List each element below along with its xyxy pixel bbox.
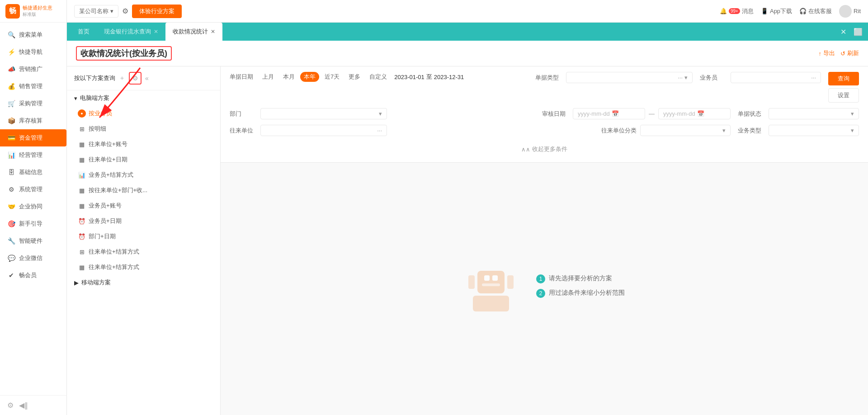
tab-home[interactable]: 首页 [71,23,97,41]
tree-item-unit-date[interactable]: ▦ 往来单位+日期 [71,152,220,167]
bill-status-label: 单据状态 [738,110,765,118]
review-date-to[interactable]: yyyy-mm-dd 📅 [658,108,731,119]
sidebar-item-corp[interactable]: 🤝 企业协同 [0,198,66,215]
sidebar-item-inventory[interactable]: 📦 库存核算 [0,112,66,129]
sidebar-item-finance[interactable]: 💳 资金管理 [0,129,66,146]
bill-type-more-icon: ··· [678,74,683,81]
biz-type-select[interactable]: ▾ [769,125,859,136]
sidebar-item-wechat[interactable]: 💬 企业微信 [0,250,66,267]
counterpart-type-select[interactable]: ▾ [640,125,731,136]
tree-item-unit-settle2[interactable]: ▦ 往来单位+结算方式 [71,259,220,275]
date-tab-more[interactable]: 更多 [345,72,364,82]
topbar-gear-icon[interactable]: ⚙ [122,7,128,15]
notification-action[interactable]: 🔔 99+ 消息 [720,7,754,15]
app-download-action[interactable]: 📱 App下载 [761,7,792,15]
company-selector[interactable]: 某公司名称 ▾ [74,5,118,18]
tab-close-all-icon[interactable]: ✕ [839,26,848,38]
counterpart-label: 往来单位 [230,127,257,135]
chevron-bill-type-icon: ▾ [684,74,688,81]
collapse-sidebar-icon[interactable]: ◀‖ [19,401,28,410]
salesman-select[interactable]: ··· [731,72,821,83]
unit-settle1-icon: ⊞ [78,248,86,256]
sidebar-item-sales[interactable]: 💰 销售管理 [0,78,66,95]
sidebar-item-hardware[interactable]: 🔧 智能硬件 [0,232,66,250]
tree-item-salesman[interactable]: ● 按业务员 [71,106,220,121]
tab-bank[interactable]: 现金银行流水查询 ✕ [97,23,165,41]
online-service-action[interactable]: 🎧 在线客服 [799,7,832,15]
date-tab-custom[interactable]: 自定义 [366,72,391,82]
detail-icon: ⊞ [78,125,86,133]
query-button[interactable]: 查询 [828,72,859,85]
bill-type-select[interactable]: ··· ▾ [566,72,693,83]
mobile-group-title[interactable]: ▶ 移动端方案 [67,275,220,290]
left-panel: 按以下方案查询 ＋ ⚙ « ▾ 电脑端方案 ● 按业务员 [67,66,221,415]
hardware-icon: 🔧 [7,237,15,245]
left-panel-header: 按以下方案查询 ＋ ⚙ « [67,66,220,90]
sidebar-footer: ⚙ ◀‖ [0,395,66,415]
chevron-counterpart-type-icon: ▾ [722,127,726,134]
tree-item-salesman-date[interactable]: ⏰ 业务员+日期 [71,213,220,229]
add-scheme-icon[interactable]: ＋ [119,74,125,82]
date-range: 2023-01-01 至 2023-12-31 [394,73,464,81]
settings-button[interactable]: 设置 [828,88,859,103]
review-date-from[interactable]: yyyy-mm-dd 📅 [573,108,645,119]
date-tabs: 上月 本月 本年 近7天 更多 自定义 [259,72,391,82]
date-tab-this-year[interactable]: 本年 [300,72,319,82]
user-label: Rit [854,8,861,14]
user-action[interactable]: Rit [839,5,861,18]
settings-footer-icon[interactable]: ⚙ [7,401,14,410]
sidebar-item-system[interactable]: ⚙ 系统管理 [0,181,66,198]
tree-item-salesman-account[interactable]: ▦ 业务员+账号 [71,198,220,213]
hint-item-1: 1 请先选择要分析的方案 [536,274,625,283]
filter-panel: 单据日期 上月 本月 本年 近7天 更多 自定义 2023-01-01 [221,66,868,163]
search-icon: 🔍 [7,31,15,39]
review-date-label: 审核日期 [542,110,569,118]
sidebar-item-marketing[interactable]: 📣 营销推广 [0,61,66,78]
sidebar-item-purchase[interactable]: 🛒 采购管理 [0,95,66,112]
chevron-status-icon: ▾ [851,110,854,117]
empty-illustration [464,262,518,316]
export-button[interactable]: ↑ 导出 [819,49,835,57]
empty-hint: 1 请先选择要分析的方案 2 用过滤条件来缩小分析范围 [536,274,625,303]
tree-item-unit-dept[interactable]: ▦ 按往来单位+部门+收... [71,183,220,198]
sidebar-item-base[interactable]: 🗄 基础信息 [0,164,66,181]
bill-status-select[interactable]: ▾ [769,108,859,119]
biz-type-label: 业务类型 [738,127,765,135]
tree-item-unit-account[interactable]: ▦ 往来单位+账号 [71,137,220,152]
date-tab-this-month[interactable]: 本月 [279,72,298,82]
pc-group-title[interactable]: ▾ 电脑端方案 [67,90,220,106]
tree-item-dept-date[interactable]: ⏰ 部门+日期 [71,229,220,244]
sidebar-item-guide[interactable]: 🎯 新手引导 [0,215,66,232]
sidebar-item-search[interactable]: 🔍 搜索菜单 [0,26,66,43]
tree-item-salesman-settle[interactable]: 📊 业务员+结算方式 [71,167,220,183]
counterpart-select[interactable]: ··· [260,125,387,136]
sidebar-item-member[interactable]: ✔ 畅会员 [0,267,66,284]
date-tab-last-month[interactable]: 上月 [259,72,278,82]
hint-item-2: 2 用过滤条件来缩小分析范围 [536,289,625,298]
collapse-panel-icon[interactable]: « [145,75,149,82]
tree-item-unit-settle1[interactable]: ⊞ 往来单位+结算方式 [71,244,220,259]
content-area: 按以下方案查询 ＋ ⚙ « ▾ 电脑端方案 ● 按业务员 [67,66,868,415]
unit-date-icon: ▦ [78,156,86,164]
tab-bank-close-icon[interactable]: ✕ [154,28,158,35]
sidebar-item-quicknav[interactable]: ⚡ 快捷导航 [0,43,66,61]
tab-home-label: 首页 [78,28,90,36]
date-tab-7days[interactable]: 近7天 [321,72,343,82]
refresh-button[interactable]: ↺ 刷新 [840,49,859,57]
tab-collection[interactable]: 收款情况统计 ✕ [165,23,222,41]
sidebar-item-business[interactable]: 📊 经营管理 [0,146,66,164]
scheme-settings-icon[interactable]: ⚙ [132,75,138,82]
tab-bank-label: 现金银行流水查询 [104,28,151,36]
dept-select[interactable]: ▾ [260,108,387,119]
tab-collection-close-icon[interactable]: ✕ [211,28,215,35]
notification-label: 消息 [742,7,754,15]
service-icon: 🎧 [799,8,807,14]
system-icon: ⚙ [7,185,15,193]
tab-maximize-icon[interactable]: ⬜ [852,26,864,38]
tree-item-detail[interactable]: ⊞ 按明细 [71,121,220,137]
collapse-more-btn[interactable]: ∧∧ 收起更多条件 [521,141,567,157]
salesman-settle-icon: 📊 [78,171,86,179]
empty-state-area: 1 请先选择要分析的方案 2 用过滤条件来缩小分析范围 [221,163,868,415]
app-download-label: App下载 [770,7,792,15]
trial-button[interactable]: 体验行业方案 [132,5,182,18]
